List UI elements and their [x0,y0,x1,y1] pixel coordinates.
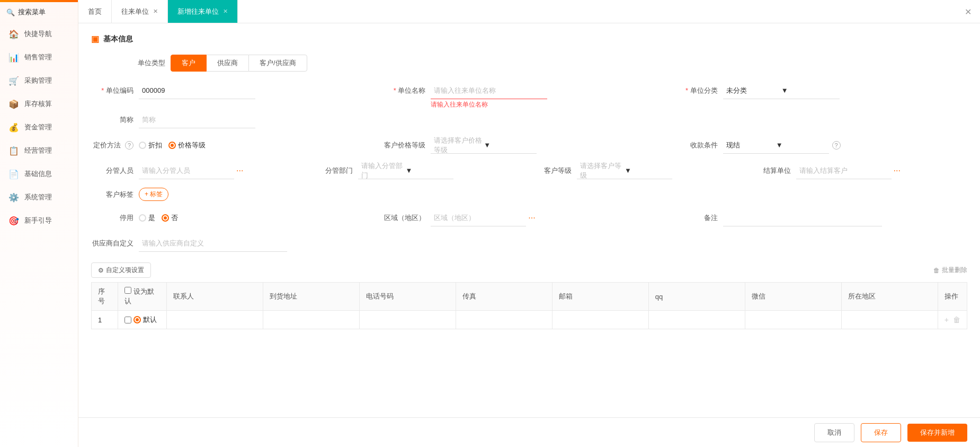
unit-category-value: 未分类 [726,86,781,95]
radio-no[interactable]: 否 [162,213,178,223]
main-content: 首页 往来单位 ✕ 新增往来单位 ✕ ✕ ▣ 基本信息 单位类型 客户 供应商 … [78,0,980,447]
region-input[interactable] [431,209,526,226]
address-input[interactable] [270,316,353,324]
sidebar-label-sales: 销售管理 [24,52,52,62]
customer-price-level-select[interactable]: 请选择客户价格等级 ▼ [431,137,537,154]
region-more-btn[interactable]: ··· [526,213,537,223]
search-icon: 🔍 [6,8,15,16]
form-row-4: 分管人员 ··· 分管部门 请输入分管部门 ▼ 客户等级 请选择客户等级 ▼ 结… [91,162,967,179]
home-icon: 🏠 [8,29,19,39]
disabled-radio-group: 是 否 [139,209,178,226]
sidebar-label-finance: 资金管理 [24,122,52,132]
cell-email [552,311,648,329]
sidebar-search[interactable]: 🔍 搜索菜单 [0,2,78,22]
unit-name-input[interactable] [431,82,547,99]
sidebar-item-system[interactable]: ⚙️ 系统管理 [0,186,78,209]
col-email: 邮箱 [552,283,648,311]
radio-price-level-label: 价格等级 [178,141,206,150]
cell-qq [648,311,745,329]
row-actions: + 🗑 [945,315,960,324]
radio-yes[interactable]: 是 [139,213,155,223]
add-tag-btn[interactable]: + 标签 [139,188,168,201]
manager-more-btn[interactable]: ··· [234,166,245,176]
sidebar-item-inventory[interactable]: 📦 库存核算 [0,92,78,116]
basic-info-icon: 📄 [8,169,19,179]
cancel-button[interactable]: 取消 [814,423,854,442]
tab-partners-close[interactable]: ✕ [153,8,158,15]
delete-row-btn[interactable]: 🗑 [953,315,960,324]
department-select[interactable]: 请输入分管部门 ▼ [358,162,453,179]
sidebar-label-purchase: 采购管理 [24,76,52,85]
sidebar-item-sales[interactable]: 📊 销售管理 [0,46,78,69]
sidebar-item-operations[interactable]: 📋 经营管理 [0,139,78,162]
batch-delete-label: 批量删除 [942,266,967,275]
field-department: 分管部门 请输入分管部门 ▼ [310,162,530,179]
save-button[interactable]: 保存 [861,423,901,442]
unit-type-label: 单位类型 [123,58,171,68]
field-region: 区域（地区） ··· [383,209,675,226]
supplier-custom-input[interactable] [139,235,287,252]
settlement-unit-input[interactable] [796,162,892,179]
default-radio-circle [133,316,141,323]
qq-input[interactable] [655,316,738,324]
sidebar-item-finance[interactable]: 💰 资金管理 [0,116,78,139]
default-radio[interactable]: 默认 [133,315,157,325]
col-actions: 操作 [938,283,967,311]
field-customer-price-level: 客户价格等级 请选择客户价格等级 ▼ [383,137,675,154]
phone-input[interactable] [366,316,449,324]
payment-terms-select[interactable]: 现结 ▼ [723,137,829,154]
cell-wechat [745,311,841,329]
radio-discount[interactable]: 折扣 [139,141,162,150]
unit-code-input[interactable] [139,82,255,99]
tab-new-partner-close[interactable]: ✕ [223,8,228,15]
sidebar-item-basic-info[interactable]: 📄 基础信息 [0,162,78,186]
tab-partners[interactable]: 往来单位 ✕ [112,0,168,23]
cell-default: 默认 [118,311,167,329]
save-new-button[interactable]: 保存并新增 [907,424,967,442]
sidebar-item-purchase[interactable]: 🛒 采购管理 [0,69,78,92]
tab-bar-close-all[interactable]: ✕ [965,6,972,16]
supplier-custom-label: 供应商自定义 [91,239,139,248]
sidebar-item-guide[interactable]: 🎯 新手引导 [0,209,78,232]
customer-level-select[interactable]: 请选择客户等级 ▼ [577,162,672,179]
form-row-7: 供应商自定义 [91,235,967,252]
form-row-2: 简称 [91,111,967,128]
row-checkbox[interactable] [124,317,131,323]
remarks-input[interactable] [723,209,882,226]
email-input[interactable] [559,316,642,324]
field-customer-tags: 客户标签 + 标签 [91,188,967,201]
field-short-name: 简称 [91,111,967,128]
footer-bar: 取消 保存 保存并新增 [78,417,980,447]
manager-label: 分管人员 [91,166,139,176]
batch-delete-btn[interactable]: 🗑 批量删除 [933,266,967,275]
manager-input[interactable] [139,162,234,179]
btn-type-supplier[interactable]: 供应商 [207,55,248,72]
btn-type-customer[interactable]: 客户 [171,55,207,72]
sidebar-item-quick-nav[interactable]: 🏠 快捷导航 [0,22,78,46]
fax-input[interactable] [462,316,546,324]
short-name-input[interactable] [139,111,255,128]
payment-terms-help-icon[interactable]: ? [832,141,841,150]
table-region-input[interactable] [848,316,931,324]
field-customer-level: 客户等级 请选择客户等级 ▼ [529,162,749,179]
department-placeholder: 请输入分管部门 [361,161,406,180]
section-title-icon: ▣ [91,34,99,44]
add-row-btn[interactable]: + [945,315,949,324]
settlement-unit-more-btn[interactable]: ··· [892,166,903,176]
customer-level-label: 客户等级 [529,166,577,176]
wechat-input[interactable] [752,316,835,324]
unit-category-select[interactable]: 未分类 ▼ [723,82,840,99]
col-wechat: 微信 [745,283,841,311]
operations-icon: 📋 [8,145,19,156]
radio-no-circle [162,214,169,222]
pricing-help-icon[interactable]: ? [125,141,133,150]
custom-settings-btn[interactable]: ⚙ 自定义项设置 [91,262,151,278]
customer-price-level-arrow: ▼ [484,141,533,149]
contact-input[interactable] [173,316,256,324]
tab-new-partner[interactable]: 新增往来单位 ✕ [168,0,238,23]
tab-home[interactable]: 首页 [78,0,112,23]
unit-category-label: 单位分类 [675,86,723,95]
radio-price-level[interactable]: 价格等级 [168,141,206,150]
select-all-checkbox[interactable] [124,287,131,294]
btn-type-both[interactable]: 客户/供应商 [248,55,307,72]
